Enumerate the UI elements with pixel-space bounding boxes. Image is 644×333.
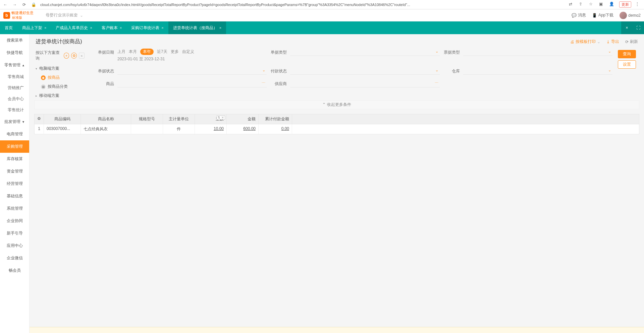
gear-icon[interactable]: ⚙ <box>35 114 44 124</box>
sidebar-item[interactable]: 畅会员 <box>0 264 29 277</box>
more-icon[interactable]: ⋯ <box>435 81 438 85</box>
tree-node-by-product[interactable]: ◉按商品 <box>41 73 85 82</box>
cell-qty[interactable]: 10.00 <box>195 124 227 134</box>
refresh-icon: ⟳ <box>625 40 629 44</box>
sidebar-item[interactable]: 电商管理 <box>0 128 29 140</box>
footer-bar <box>30 327 644 333</box>
supplier-picker[interactable] <box>290 80 439 87</box>
print-button[interactable]: 🖨按模板打印⌄ <box>570 39 600 45</box>
cell-amount[interactable]: 600.00 <box>227 124 259 134</box>
col-amount[interactable]: 金额 <box>227 114 259 124</box>
refresh-button[interactable]: ⟳刷新 <box>625 39 638 45</box>
collapse-scheme-button[interactable]: « <box>79 53 85 59</box>
product-picker[interactable] <box>117 80 267 87</box>
close-icon[interactable]: × <box>219 26 221 30</box>
sidebar-item[interactable]: 搜索菜单 <box>0 34 29 47</box>
col-paid[interactable]: 累计付款金额 <box>259 114 292 124</box>
date-tab-custom[interactable]: 自定义 <box>182 49 194 55</box>
message-link[interactable]: 💬消息 <box>572 12 586 18</box>
app-download-link[interactable]: 📱App下载 <box>592 12 613 18</box>
col-spec[interactable]: 规格型号 <box>131 114 163 124</box>
query-button[interactable]: 查询 <box>618 50 636 58</box>
sidebar-item[interactable]: 企业协同 <box>0 215 29 227</box>
logo-icon: b <box>3 12 10 19</box>
date-tab-last7[interactable]: 近7天 <box>157 49 167 55</box>
user-menu[interactable]: demo2 <box>620 12 641 19</box>
sidebar-subitem[interactable]: 会员中心 <box>0 93 29 105</box>
collapse-more-button[interactable]: ⌃ 收起更多条件 <box>34 100 639 109</box>
sidebar-item[interactable]: 系统管理 <box>0 202 29 215</box>
close-icon[interactable]: × <box>120 26 122 30</box>
reload-icon[interactable]: ⟳ <box>21 2 27 7</box>
date-tab-last-month[interactable]: 上月 <box>117 49 125 55</box>
sidebar-item[interactable]: 采购管理 <box>0 140 29 153</box>
sidebar-item[interactable]: 企业微信 <box>0 252 29 264</box>
chevron-down-icon[interactable]: ⌄ <box>262 68 265 72</box>
star-icon[interactable]: ☆ <box>589 2 595 8</box>
close-icon[interactable]: × <box>44 26 46 30</box>
sidebar-item[interactable]: 资金管理 <box>0 165 29 178</box>
tab[interactable]: 进货单统计表（按商品）× <box>168 21 226 34</box>
sidebar-item[interactable]: 基础信息 <box>0 190 29 202</box>
panel-icon[interactable]: ▣ <box>599 2 605 8</box>
col-unit[interactable]: 主计量单位 <box>163 114 195 124</box>
add-scheme-button[interactable]: + <box>64 53 69 59</box>
date-range: 2023-01-01 至 2023-12-31 <box>117 56 267 62</box>
chevron-down-icon[interactable]: ⌄ <box>435 49 438 54</box>
date-tab-this-month[interactable]: 本月 <box>129 49 137 55</box>
sidebar-item[interactable]: 快捷导航 <box>0 47 29 59</box>
chevron-down-icon[interactable]: ⌄ <box>608 49 611 54</box>
col-qty[interactable]: 主数⇅ ⤧ <box>195 114 227 124</box>
sidebar-subitem[interactable]: 零售商城 <box>0 71 29 82</box>
settings-button[interactable]: 设置 <box>618 60 636 69</box>
more-icon[interactable]: ⋯ <box>262 81 265 85</box>
translate-icon[interactable]: ⇄ <box>569 2 575 8</box>
fullscreen-button[interactable]: ⛶ <box>633 21 644 34</box>
close-icon[interactable]: × <box>90 26 92 30</box>
sidebar: 搜索菜单快捷导航零售管理▲零售商城营销推广会员中心零售统计批发管理▼电商管理采购… <box>0 34 30 333</box>
share-icon[interactable]: ⇪ <box>579 2 585 8</box>
bill-status-select[interactable] <box>117 67 267 75</box>
invoice-type-select[interactable] <box>463 49 612 56</box>
sidebar-item[interactable]: 零售管理▲ <box>0 59 29 71</box>
tab[interactable]: 商品上下架× <box>17 21 51 34</box>
sidebar-item[interactable]: 经营管理 <box>0 178 29 190</box>
pay-status-select[interactable] <box>290 67 439 75</box>
date-tab-this-year[interactable]: 本年 <box>140 49 154 55</box>
tree-node-pc[interactable]: ▾电脑端方案 <box>36 64 85 73</box>
tab-bar: 首页商品上下架×产成品入库单历史×客户账本×采购订单统计表×进货单统计表（按商品… <box>0 21 644 34</box>
tree-node-by-category[interactable]: ▦按商品分类 <box>41 82 85 91</box>
sidebar-item[interactable]: 批发管理▼ <box>0 116 29 128</box>
bill-type-select[interactable] <box>290 49 439 56</box>
tab[interactable]: 客户账本× <box>97 21 126 34</box>
sidebar-subitem[interactable]: 零售统计 <box>0 105 29 116</box>
chevron-down-icon[interactable]: ⌄ <box>435 68 438 72</box>
url-bar[interactable]: cloud.chanjet.com/hsy/u4o6r74daqxn/l0fe3… <box>40 3 565 7</box>
close-all-button[interactable]: × <box>621 21 633 34</box>
sidebar-subitem[interactable]: 营销推广 <box>0 82 29 93</box>
scheme-settings-button[interactable]: ⚙ <box>71 53 77 59</box>
tab[interactable]: 产成品入库单历史× <box>51 21 97 34</box>
tree-node-mobile[interactable]: ▸移动端方案 <box>36 91 85 100</box>
sidebar-item[interactable]: 库存核算 <box>0 153 29 165</box>
col-name[interactable]: 商品名称 <box>81 114 131 124</box>
menu-icon[interactable]: ⋮ <box>635 2 641 8</box>
warehouse-select[interactable] <box>463 67 612 75</box>
cell-paid[interactable]: 0.00 <box>259 124 292 134</box>
export-button[interactable]: ⤓导出 <box>606 39 619 45</box>
forward-icon[interactable]: → <box>12 2 17 7</box>
sort-icon[interactable]: ⇅ ⤧ <box>217 116 225 120</box>
chevron-down-icon[interactable]: ⌄ <box>608 68 611 72</box>
update-button[interactable]: 更新 <box>619 1 631 8</box>
tab[interactable]: 采购订单统计表× <box>126 21 168 34</box>
account-select[interactable]: 母婴行业演示账套 ⌄ <box>46 12 83 18</box>
export-icon: ⤓ <box>606 40 610 44</box>
back-icon[interactable]: ← <box>3 2 8 7</box>
sidebar-item[interactable]: 应用中心 <box>0 240 29 252</box>
profile-icon[interactable]: 👤 <box>609 2 615 8</box>
sidebar-item[interactable]: 新手引导 <box>0 227 29 240</box>
col-code[interactable]: 商品编码 <box>44 114 81 124</box>
tab[interactable]: 首页 <box>0 21 17 34</box>
date-tab-more[interactable]: 更多 <box>171 49 179 55</box>
close-icon[interactable]: × <box>161 26 163 30</box>
